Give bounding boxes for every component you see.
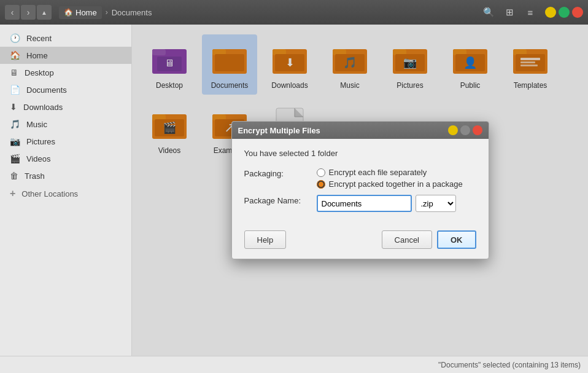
- music-icon: 🎵: [10, 119, 20, 129]
- option2-radio[interactable]: [317, 180, 325, 189]
- sidebar-label-recent: Recent: [26, 34, 52, 43]
- dialog-close-button[interactable]: [473, 125, 482, 135]
- option2-row[interactable]: Encrypt packed together in a package: [317, 179, 463, 189]
- sidebar-label-desktop: Desktop: [25, 68, 54, 77]
- file-manager: ‹ › ▲ 🏠 Home › Documents 🔍 ⊞ ≡ 🕐 Recent: [0, 0, 588, 373]
- sidebar-item-downloads[interactable]: ⬇ Downloads: [0, 98, 131, 116]
- packaging-options: Encrypt each file separately Encrypt pac…: [317, 168, 463, 189]
- packaging-row: Packaging: Encrypt each file separately …: [244, 168, 476, 189]
- sidebar-label-trash: Trash: [25, 171, 45, 181]
- videos-icon: 🎬: [10, 154, 20, 163]
- dialog-title: Encrypt Multiple Files: [238, 126, 320, 135]
- package-name-label: Package Name:: [244, 195, 312, 205]
- package-name-input[interactable]: [317, 195, 412, 212]
- main-area: 🖥 Desktop Documents: [132, 25, 588, 356]
- help-button[interactable]: Help: [244, 230, 287, 249]
- dialog-overlay: Encrypt Multiple Files You have selected…: [132, 25, 588, 356]
- dialog-subtitle: You have selected 1 folder: [244, 149, 476, 158]
- sidebar-item-trash[interactable]: 🗑 Trash: [0, 167, 131, 184]
- sidebar-label-documents: Documents: [26, 85, 67, 95]
- extension-select[interactable]: .zip .tar .tar.gz: [416, 195, 456, 212]
- toolbar-right: 🔍 ⊞ ≡: [480, 4, 539, 21]
- desktop-icon: 🖥: [10, 68, 18, 77]
- cancel-button[interactable]: Cancel: [382, 230, 432, 249]
- path-segment: Documents: [112, 8, 152, 17]
- close-button[interactable]: [572, 7, 583, 18]
- sidebar-item-other-locations[interactable]: + Other Locations: [0, 184, 131, 203]
- sidebar-label-pictures: Pictures: [26, 137, 55, 146]
- package-name-input-row: .zip .tar .tar.gz: [317, 195, 456, 212]
- home-icon: 🏠: [64, 8, 73, 17]
- dialog-body: You have selected 1 folder Packaging: En…: [232, 139, 489, 228]
- sidebar-item-pictures[interactable]: 📷 Pictures: [0, 133, 131, 150]
- sidebar-item-recent[interactable]: 🕐 Recent: [0, 29, 131, 47]
- dialog-title-bar: Encrypt Multiple Files: [232, 122, 489, 139]
- breadcrumb-home: Home: [75, 8, 97, 17]
- content-area: 🕐 Recent 🏠 Home 🖥 Desktop 📄 Documents ⬇ …: [0, 25, 588, 356]
- path-arrow: ›: [106, 8, 108, 17]
- option1-row[interactable]: Encrypt each file separately: [317, 168, 463, 177]
- title-bar: ‹ › ▲ 🏠 Home › Documents 🔍 ⊞ ≡: [0, 0, 588, 25]
- sidebar-label-downloads: Downloads: [23, 103, 63, 112]
- option2-label: Encrypt packed together in a package: [329, 179, 463, 189]
- view-toggle-button[interactable]: ⊞: [501, 4, 518, 21]
- status-text: "Documents" selected (containing 13 item…: [438, 361, 581, 369]
- forward-button[interactable]: ›: [21, 5, 36, 20]
- up-button[interactable]: ▲: [37, 5, 52, 20]
- recent-icon: 🕐: [10, 33, 20, 43]
- breadcrumb[interactable]: 🏠 Home: [59, 6, 102, 19]
- sidebar-item-documents[interactable]: 📄 Documents: [0, 81, 131, 98]
- pictures-icon: 📷: [10, 136, 20, 146]
- option1-label: Encrypt each file separately: [329, 168, 427, 177]
- sidebar-item-videos[interactable]: 🎬 Videos: [0, 150, 131, 167]
- sidebar-item-desktop[interactable]: 🖥 Desktop: [0, 64, 131, 81]
- dialog-buttons: Help Cancel OK: [232, 228, 489, 259]
- other-locations-icon: +: [10, 188, 15, 199]
- sidebar: 🕐 Recent 🏠 Home 🖥 Desktop 📄 Documents ⬇ …: [0, 25, 132, 356]
- window-controls: [545, 7, 583, 18]
- option1-radio[interactable]: [317, 168, 325, 177]
- back-button[interactable]: ‹: [5, 5, 20, 20]
- minimize-button[interactable]: [545, 7, 556, 18]
- package-name-row: Package Name: .zip .tar .tar.gz: [244, 195, 476, 212]
- sidebar-label-music: Music: [26, 120, 47, 129]
- menu-button[interactable]: ≡: [522, 4, 539, 21]
- packaging-label: Packaging:: [244, 168, 312, 178]
- sidebar-label-home: Home: [26, 51, 48, 60]
- sidebar-label-other-locations: Other Locations: [21, 189, 78, 198]
- encrypt-dialog: Encrypt Multiple Files You have selected…: [231, 121, 489, 259]
- sidebar-item-home[interactable]: 🏠 Home: [0, 47, 131, 64]
- search-button[interactable]: 🔍: [480, 4, 497, 21]
- sidebar-item-music[interactable]: 🎵 Music: [0, 116, 131, 133]
- home-sidebar-icon: 🏠: [10, 50, 20, 60]
- dialog-window-controls: [448, 125, 482, 135]
- nav-buttons: ‹ › ▲: [5, 5, 52, 20]
- trash-icon: 🗑: [10, 171, 18, 181]
- status-bar: "Documents" selected (containing 13 item…: [0, 356, 588, 373]
- dialog-minimize-button[interactable]: [448, 125, 458, 135]
- documents-icon: 📄: [10, 85, 20, 95]
- ok-button[interactable]: OK: [437, 230, 476, 249]
- sidebar-label-videos: Videos: [26, 154, 51, 163]
- maximize-button[interactable]: [559, 7, 570, 18]
- dialog-maximize-button[interactable]: [460, 125, 470, 135]
- downloads-icon: ⬇: [10, 102, 17, 112]
